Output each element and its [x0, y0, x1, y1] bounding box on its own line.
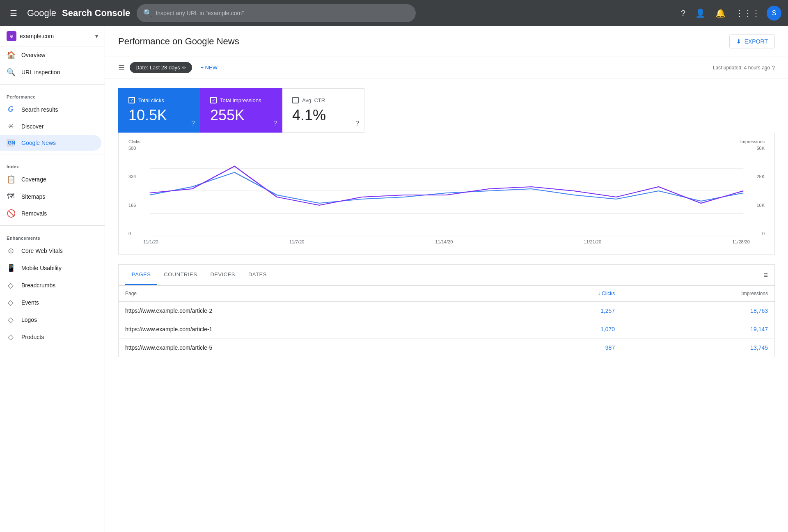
chart-area: 500 334 166 0 50K 25K 10K 0 — [128, 146, 765, 236]
x-label-3: 11/14/20 — [435, 239, 453, 244]
impressions-help-icon[interactable]: ? — [273, 120, 277, 127]
table-section: PAGES COUNTRIES DEVICES DATES ≡ Page ↓ C… — [118, 264, 775, 357]
clicks-label: Total clicks — [138, 97, 164, 103]
ctr-help-icon[interactable]: ? — [355, 120, 359, 127]
col-header-page[interactable]: Page — [119, 286, 505, 302]
col-header-clicks[interactable]: ↓ Clicks — [505, 286, 621, 302]
data-table: Page ↓ Clicks Impressions https://www.ex… — [119, 286, 774, 357]
main-content: Performance on Google News ⬇ EXPORT ☰ Da… — [105, 26, 788, 532]
tab-devices[interactable]: DEVICES — [204, 265, 242, 285]
edit-icon: ✏ — [182, 65, 186, 71]
page-header: Performance on Google News ⬇ EXPORT — [105, 26, 788, 57]
search-icon: 🔍 — [7, 68, 15, 77]
breadcrumbs-icon: ◇ — [7, 281, 15, 290]
metric-header-clicks: Total clicks — [128, 97, 190, 103]
sidebar-item-events[interactable]: ◇ Events — [0, 294, 101, 311]
sidebar-item-url-inspection[interactable]: 🔍 URL inspection — [0, 64, 101, 81]
url-search-input[interactable] — [156, 10, 409, 16]
clicks-checkbox[interactable] — [128, 97, 135, 103]
page-url[interactable]: https://www.example.com/article-1 — [119, 320, 505, 339]
chart-container: Clicks Impressions 500 334 166 0 50K 25K… — [118, 133, 775, 255]
impressions-checkbox[interactable] — [210, 97, 217, 103]
events-icon: ◇ — [7, 298, 15, 307]
filter-icon[interactable]: ☰ — [118, 63, 125, 72]
metric-card-ctr[interactable]: Avg. CTR 4.1% ? — [282, 88, 364, 133]
tab-countries[interactable]: COUNTRIES — [157, 265, 204, 285]
help-icon[interactable]: ? — [678, 5, 689, 21]
sidebar-item-breadcrumbs[interactable]: ◇ Breadcrumbs — [0, 277, 101, 294]
menu-icon[interactable]: ☰ — [7, 5, 21, 21]
property-selector[interactable]: e example.com ▾ — [0, 26, 105, 46]
table-row: https://www.example.com/article-1 1,070 … — [119, 320, 774, 339]
table-row: https://www.example.com/article-2 1,257 … — [119, 302, 774, 320]
sidebar-item-google-news[interactable]: GN Google News — [0, 135, 101, 151]
tab-dates[interactable]: DATES — [242, 265, 273, 285]
table-sort-icon[interactable]: ≡ — [763, 271, 768, 280]
ctr-checkbox[interactable] — [292, 97, 299, 103]
new-filter-button[interactable]: + NEW — [197, 62, 221, 73]
help-icon[interactable]: ? — [772, 64, 775, 71]
sidebar-item-overview[interactable]: 🏠 Overview — [0, 46, 101, 64]
url-search-bar[interactable]: 🔍 — [137, 4, 416, 22]
sidebar-item-label: Breadcrumbs — [21, 282, 55, 289]
sidebar-item-removals[interactable]: 🚫 Removals — [0, 205, 101, 222]
date-filter-chip[interactable]: Date: Last 28 days ✏ — [130, 62, 192, 73]
x-label-2: 11/7/20 — [289, 239, 305, 244]
table-tabs: PAGES COUNTRIES DEVICES DATES ≡ — [119, 265, 774, 286]
impressions-value: 13,745 — [621, 339, 774, 357]
sidebar-item-coverage[interactable]: 📋 Coverage — [0, 171, 101, 188]
filter-bar: ☰ Date: Last 28 days ✏ + NEW Last update… — [105, 57, 788, 78]
page-url[interactable]: https://www.example.com/article-5 — [119, 339, 505, 357]
home-icon: 🏠 — [7, 50, 15, 60]
sidebar-item-label: Logos — [21, 316, 37, 323]
performance-section-label: Performance — [0, 88, 105, 101]
property-dropdown-icon: ▾ — [95, 33, 98, 39]
sidebar-item-products[interactable]: ◇ Products — [0, 328, 101, 346]
export-button[interactable]: ⬇ EXPORT — [729, 34, 775, 48]
accounts-icon[interactable]: 👤 — [692, 5, 709, 21]
metrics-row: Total clicks 10.5K ? Total impressions 2… — [105, 78, 788, 133]
sidebar-item-label: Overview — [21, 52, 45, 58]
discover-icon: ✳ — [7, 122, 15, 131]
page-url[interactable]: https://www.example.com/article-2 — [119, 302, 505, 320]
clicks-value: 10.5K — [128, 107, 190, 124]
sidebar-item-core-web-vitals[interactable]: ⊙ Core Web Vitals — [0, 242, 101, 259]
last-updated: Last updated: 4 hours ago ? — [713, 64, 775, 71]
notifications-icon[interactable]: 🔔 — [712, 5, 729, 21]
x-label-5: 11/28/20 — [732, 239, 750, 244]
sidebar-item-sitemaps[interactable]: 🗺 Sitemaps — [0, 188, 101, 205]
sidebar-item-label: URL inspection — [21, 69, 60, 76]
metric-header-ctr: Avg. CTR — [292, 97, 354, 103]
sidebar-item-search-results[interactable]: G Search results — [0, 101, 101, 118]
tab-pages[interactable]: PAGES — [125, 265, 157, 285]
apps-icon[interactable]: ⋮⋮⋮ — [732, 5, 763, 21]
col-header-impressions[interactable]: Impressions — [621, 286, 774, 302]
sitemaps-icon: 🗺 — [7, 192, 15, 201]
impressions-label: Total impressions — [220, 97, 261, 103]
x-label-4: 11/21/20 — [584, 239, 601, 244]
sidebar-item-logos[interactable]: ◇ Logos — [0, 311, 101, 328]
sidebar-item-discover[interactable]: ✳ Discover — [0, 118, 101, 135]
sidebar-item-label: Core Web Vitals — [21, 248, 63, 254]
avatar[interactable]: S — [767, 6, 781, 21]
logos-icon: ◇ — [7, 315, 15, 324]
y-label-0-left: 0 — [128, 231, 136, 236]
ctr-label: Avg. CTR — [302, 97, 325, 103]
page-title: Performance on Google News — [118, 36, 239, 47]
coverage-icon: 📋 — [7, 175, 15, 184]
impressions-value: 255K — [210, 107, 272, 124]
impressions-value: 18,763 — [621, 302, 774, 320]
google-news-icon: GN — [7, 139, 15, 147]
clicks-help-icon[interactable]: ? — [191, 120, 195, 127]
sidebar-item-mobile-usability[interactable]: 📱 Mobile Usability — [0, 259, 101, 277]
y-label-10k: 10K — [756, 203, 765, 208]
clicks-value: 1,257 — [505, 302, 621, 320]
new-filter-label: + NEW — [200, 64, 218, 71]
property-icon: e — [7, 31, 16, 41]
sidebar-item-label: Google News — [21, 140, 56, 146]
metric-card-clicks[interactable]: Total clicks 10.5K ? — [118, 88, 200, 133]
metric-card-impressions[interactable]: Total impressions 255K ? — [200, 88, 282, 133]
y-label-25k: 25K — [756, 174, 765, 179]
metric-header-impressions: Total impressions — [210, 97, 272, 103]
index-section-label: Index — [0, 158, 105, 171]
